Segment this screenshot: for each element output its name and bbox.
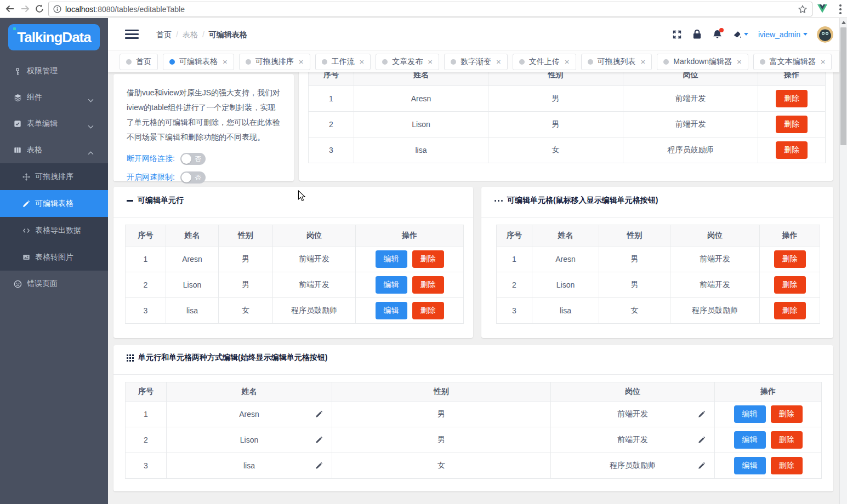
vertical-scrollbar[interactable] [839,18,847,504]
table-row: 3lisa女程序员鼓励师 删除 [309,138,826,163]
edit-button[interactable]: 编辑 [376,276,407,294]
forward-icon[interactable] [20,3,31,14]
sidebar-item-error-pages[interactable]: 错误页面 [0,271,108,297]
sidebar-subitem-table-to-image[interactable]: 表格转图片 [0,244,108,271]
bookmark-star-icon[interactable] [798,4,808,14]
breadcrumb-tables[interactable]: 表格 [183,30,198,39]
close-icon[interactable]: × [565,58,570,66]
edit-button[interactable]: 编辑 [734,405,766,423]
move-icon [22,173,30,181]
delete-button[interactable]: 删除 [412,276,444,294]
url-text: localhost:8080/tables/editableTable [65,5,798,14]
tab-markdown-editor[interactable]: Markdown编辑器× [657,54,748,70]
notification-bell-icon[interactable] [712,29,723,40]
close-icon[interactable]: × [641,58,646,66]
delete-button[interactable]: 删除 [412,250,444,268]
edit-cell-pencil-icon[interactable] [698,436,706,444]
tab-workflow[interactable]: 工作流× [315,54,371,70]
tables-submenu: 可拖拽排序 可编辑表格 表格导出数据 表格转图片 [0,163,108,271]
tab-number-gradient[interactable]: 数字渐变× [444,54,508,70]
tab-draggable-list[interactable]: 可拖拽列表× [581,54,652,70]
fullscreen-icon[interactable] [672,29,683,40]
close-icon[interactable]: × [428,58,433,66]
tab-editable-table[interactable]: 可编辑表格× [163,54,234,70]
reload-icon[interactable] [35,4,44,14]
cell-edit-table: 序号姓名性别岗位操作 1Aresn男前端开发 删除 2Lison男前端开发 删除… [496,225,820,324]
edit-cell-pencil-icon[interactable] [315,436,323,444]
delete-button[interactable]: 删除 [774,250,806,268]
sidebar-item-tables[interactable]: 表格 [0,137,108,163]
tab-file-upload[interactable]: 文件上传× [513,54,576,70]
delete-button[interactable]: 删除 [776,116,808,133]
user-menu[interactable]: iview_admin [758,30,808,39]
minus-icon [127,200,133,202]
card-title: 可编辑单元行 [127,196,184,205]
tab-home[interactable]: 首页 [120,54,158,70]
sidebar-item-form-edit[interactable]: 表单编辑 [0,111,108,137]
content-area: 借助vue和iview对原生JS的强大支持，我们对iview的table组件进行… [108,72,839,504]
delete-button[interactable]: 删除 [771,405,803,423]
username: iview_admin [758,30,800,39]
breadcrumb-home[interactable]: 首页 [156,30,172,39]
table-row: 1Aresn男前端开发 编辑删除 [126,247,464,272]
card-title: 可编辑单元格(鼠标移入显示编辑单元格按钮) [494,196,658,205]
grid-icon [127,354,134,362]
back-icon[interactable] [4,3,15,14]
delete-button[interactable]: 删除 [776,90,808,107]
edit-button[interactable]: 编辑 [376,250,407,268]
delete-button[interactable]: 删除 [412,302,444,319]
hamburger-menu-icon[interactable] [125,30,139,39]
page-info-icon[interactable] [53,5,61,13]
table-row: 2Lison男前端开发 删除 [497,272,820,298]
delete-button[interactable]: 删除 [774,276,806,294]
edit-cell-pencil-icon[interactable] [698,462,706,469]
sidebar-subitem-table-export[interactable]: 表格导出数据 [0,217,108,244]
delete-button[interactable]: 删除 [771,431,803,449]
close-icon[interactable]: × [821,58,826,66]
edit-button[interactable]: 编辑 [734,457,766,474]
tab-dot [246,59,251,65]
url-bar[interactable]: localhost:8080/tables/editableTable [48,2,812,16]
notification-badge [719,28,724,32]
logo-dot [13,27,16,30]
delete-button[interactable]: 删除 [774,302,806,319]
edit-cell-pencil-icon[interactable] [698,410,706,418]
close-icon[interactable]: × [360,58,365,66]
tab-draggable-sort[interactable]: 可拖拽排序× [239,54,310,70]
edit-button[interactable]: 编辑 [734,431,766,449]
close-icon[interactable]: × [496,58,501,66]
table-row: 3lisa女程序员鼓励师 删除 [497,298,820,324]
close-icon[interactable]: × [223,58,228,66]
tab-dot [126,59,132,65]
lock-icon[interactable] [692,29,703,40]
tab-rich-text-editor[interactable]: 富文本编辑器× [753,54,832,70]
edit-cell-pencil-icon[interactable] [315,462,323,469]
scrollbar-thumb[interactable] [840,27,846,145]
vue-extension-icon[interactable] [817,4,827,13]
delete-button[interactable]: 删除 [776,141,808,159]
scroll-up-arrow[interactable] [842,21,846,24]
chevron-down-icon [803,33,808,36]
close-icon[interactable]: × [737,58,742,66]
sidebar-subitem-draggable-sort[interactable]: 可拖拽排序 [0,163,108,190]
avatar[interactable] [817,26,833,43]
browser-menu-icon[interactable] [839,4,842,14]
disconnect-network-toggle[interactable]: 否 [180,153,206,165]
sidebar-subitem-editable-table[interactable]: 可编辑表格 [0,190,108,217]
col-header-name: 姓名 [354,72,488,86]
tab-dot [169,59,175,65]
sidebar-item-permissions[interactable]: 权限管理 [0,58,108,84]
table-columns-icon [13,146,22,154]
chevron-down-icon [88,122,94,130]
sidebar-item-components[interactable]: 组件 [0,84,108,111]
close-icon[interactable]: × [299,58,304,66]
chevron-down-icon [88,95,94,104]
limit-speed-toggle[interactable]: 否 [180,171,206,184]
main-area: 首页/表格/可编辑表格 iview_admin 首页 可编辑表格× 可拖拽排序×… [108,18,839,504]
delete-button[interactable]: 删除 [771,457,803,474]
tab-article-publish[interactable]: 文章发布× [376,54,439,70]
edit-button[interactable]: 编辑 [376,302,407,319]
edit-cell-pencil-icon[interactable] [315,410,323,418]
page-tabs: 首页 可编辑表格× 可拖拽排序× 工作流× 文章发布× 数字渐变× 文件上传× … [108,50,839,72]
theme-ink-icon[interactable] [732,29,749,40]
